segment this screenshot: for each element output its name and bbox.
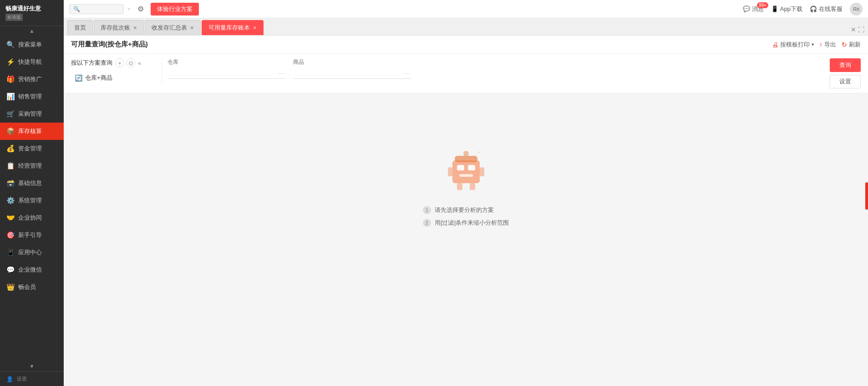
empty-illustration-svg: ✦ ✦ [439, 142, 493, 197]
version-tag: 标准版 [5, 14, 23, 21]
tab-receipt-summary-close[interactable]: ✕ [190, 25, 194, 31]
online-service-btn[interactable]: 🎧 在线客服 [810, 5, 843, 13]
user-name: Rit [853, 6, 859, 12]
sidebar-item-newbie[interactable]: 🎯 新手引导 [0, 226, 64, 244]
settings-btn[interactable]: 设置 [830, 75, 861, 88]
topbar-gear-btn[interactable]: ⚙ [134, 3, 147, 15]
goods-filter: 商品 ··· [293, 58, 411, 79]
sidebar-item-operation[interactable]: 📋 经营管理 [0, 157, 64, 175]
sidebar-item-quick-nav[interactable]: ⚡ 快捷导航 [0, 53, 64, 71]
tip-number-2: 2 [423, 219, 431, 227]
empty-tip-2: 2 用[过滤]条件来缩小分析范围 [423, 219, 509, 227]
sidebar-label-inventory: 库存核算 [18, 127, 42, 135]
add-scheme-btn[interactable]: + [115, 58, 124, 67]
sidebar-scroll-down[interactable]: ▼ [0, 361, 64, 371]
sidebar-label-system: 系统管理 [18, 196, 42, 205]
marketing-icon: 🎁 [6, 75, 15, 83]
svg-rect-7 [470, 183, 475, 190]
export-label: 导出 [824, 41, 836, 49]
export-btn[interactable]: ↑ 导出 [819, 41, 836, 49]
print-btn[interactable]: 🖨 按模板打印 ▾ [772, 41, 814, 49]
scheme-panel: 按以下方案查询 + ⊙ « 🔄 仓库+商品 [71, 58, 162, 85]
sidebar-item-vip[interactable]: 👑 畅会员 [0, 278, 64, 296]
sidebar-item-purchase[interactable]: 🛒 采购管理 [0, 105, 64, 123]
system-icon: ⚙️ [6, 196, 15, 205]
purchase-icon: 🛒 [6, 110, 15, 118]
export-icon: ↑ [819, 41, 822, 48]
tab-available-book-close[interactable]: ✕ [253, 25, 257, 31]
tip-text-1: 请先选择要分析的方案 [435, 206, 494, 214]
sidebar-label-sales: 销售管理 [18, 93, 42, 101]
tab-close-all-icon[interactable]: ✕ [851, 26, 856, 33]
svg-rect-4 [448, 167, 452, 176]
svg-rect-0 [452, 160, 480, 183]
scheme-item-warehouse-goods[interactable]: 🔄 仓库+商品 [71, 71, 156, 85]
collapse-btn[interactable]: « [138, 60, 141, 67]
tab-batch-account-close[interactable]: ✕ [133, 25, 137, 31]
quick-nav-icon: ⚡ [6, 58, 15, 66]
sidebar-item-enterprise[interactable]: 🤝 企业协同 [0, 209, 64, 226]
empty-tip-1: 1 请先选择要分析的方案 [423, 206, 509, 214]
sidebar-label-wechat: 企业微信 [18, 266, 42, 274]
message-btn[interactable]: 💬 消息 99+ [743, 5, 764, 13]
tab-batch-account[interactable]: 库存批次账 ✕ [94, 20, 144, 35]
refresh-btn[interactable]: ↻ 刷新 [842, 41, 861, 49]
vip-icon: 👑 [6, 283, 15, 291]
page-header: 可用量查询(按仓库+商品) 🖨 按模板打印 ▾ ↑ 导出 ↻ 刷新 [64, 36, 868, 54]
sidebar-label-search: 搜索菜单 [18, 41, 42, 49]
sidebar-scroll-up[interactable]: ▲ [0, 26, 64, 36]
scheme-actions: + ⊙ [115, 58, 135, 67]
main-area: 🔍 ▾ ⚙ 体验行业方案 💬 消息 99+ 📱 App下载 🎧 在线客服 Rit [64, 0, 868, 386]
empty-illustration: ✦ ✦ [439, 142, 493, 197]
tab-receipt-summary[interactable]: 收发存汇总表 ✕ [145, 20, 201, 35]
sidebar-header: 畅康通好生意 标准版 [0, 0, 64, 26]
scheme-item-icon: 🔄 [75, 74, 82, 82]
tabbar-actions: ✕ ⛶ [851, 26, 864, 35]
query-section: 按以下方案查询 + ⊙ « 🔄 仓库+商品 仓库 [64, 54, 868, 93]
tab-expand-icon[interactable]: ⛶ [858, 26, 864, 33]
tab-home[interactable]: 首页 [67, 20, 93, 35]
sidebar-label-quick-nav: 快捷导航 [18, 58, 42, 66]
sidebar-item-appstore[interactable]: 📱 应用中心 [0, 244, 64, 261]
sidebar-label-newbie: 新手引导 [18, 231, 42, 239]
warehouse-input[interactable] [168, 70, 276, 77]
sidebar-item-marketing[interactable]: 🎁 营销推广 [0, 71, 64, 88]
topbar-search-box[interactable]: 🔍 [69, 4, 124, 14]
online-service-label: 在线客服 [819, 5, 843, 13]
goods-label: 商品 [293, 58, 411, 66]
goods-dots[interactable]: ··· [404, 70, 411, 77]
tab-available-book[interactable]: 可用量库存账本 ✕ [202, 20, 264, 35]
sidebar-item-wechat[interactable]: 💬 企业微信 [0, 261, 64, 278]
scheme-item-label: 仓库+商品 [85, 74, 112, 82]
company-name: 畅康通好生意 [5, 5, 58, 13]
query-btn[interactable]: 查询 [830, 58, 861, 72]
user-icon: 👤 [6, 376, 13, 382]
content-area: 可用量查询(按仓库+商品) 🖨 按模板打印 ▾ ↑ 导出 ↻ 刷新 [64, 36, 868, 386]
sidebar-footer: 👤 设置 [0, 371, 64, 386]
print-dropdown-icon[interactable]: ▾ [812, 42, 814, 47]
right-scrollbar[interactable] [865, 182, 868, 210]
trial-btn[interactable]: 体验行业方案 [151, 3, 199, 15]
sidebar-item-system[interactable]: ⚙️ 系统管理 [0, 192, 64, 209]
sidebar-item-finance[interactable]: 💰 资金管理 [0, 140, 64, 157]
finance-icon: 💰 [6, 144, 15, 153]
scheme-header-label: 按以下方案查询 [71, 59, 112, 67]
sidebar-item-sales[interactable]: 📊 销售管理 [0, 88, 64, 105]
wechat-icon: 💬 [6, 266, 15, 274]
topbar-search-input[interactable] [82, 6, 118, 12]
goods-input-box: ··· [293, 68, 411, 79]
config-scheme-btn[interactable]: ⊙ [126, 58, 135, 67]
sidebar-item-inventory[interactable]: 📦 库存核算 [0, 123, 64, 140]
sidebar-label-appstore: 应用中心 [18, 248, 42, 257]
user-profile-btn[interactable]: Rit [850, 3, 863, 15]
footer-text: 设置 [17, 376, 27, 382]
topbar-search-icon: 🔍 [73, 6, 80, 12]
warehouse-dots[interactable]: ··· [278, 70, 286, 77]
operation-icon: 📋 [6, 162, 15, 170]
sidebar-item-search[interactable]: 🔍 搜索菜单 [0, 36, 64, 53]
sidebar-item-basic[interactable]: 🗃️ 基础信息 [0, 175, 64, 192]
newbie-icon: 🎯 [6, 231, 15, 239]
message-icon: 💬 [743, 5, 750, 12]
app-download-btn[interactable]: 📱 App下载 [771, 5, 802, 13]
goods-input[interactable] [293, 70, 402, 77]
